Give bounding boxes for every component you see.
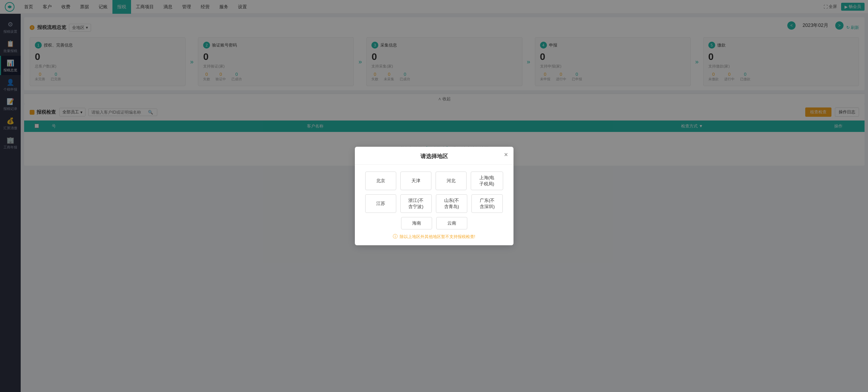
region-row-3: 海南 云南: [365, 217, 503, 229]
modal-overlay[interactable]: 请选择地区 × 北京 天津 河北 上海(电子税局) 江苏 浙江(不含宁波) 山东…: [0, 0, 868, 392]
region-btn-zhejiang[interactable]: 浙江(不含宁波): [400, 194, 432, 213]
region-row-1: 北京 天津 河北 上海(电子税局): [365, 172, 503, 190]
region-row-2: 江苏 浙江(不含宁波) 山东(不含青岛) 广东(不含深圳): [365, 194, 503, 213]
modal-header: 请选择地区 ×: [355, 147, 513, 165]
region-btn-tianjin[interactable]: 天津: [400, 172, 431, 190]
region-btn-shanghai[interactable]: 上海(电子税局): [471, 172, 503, 190]
warning-icon: ⓘ: [393, 234, 398, 240]
warning-text: 除以上地区外其他地区暂不支持报税检查!: [400, 234, 475, 240]
region-btn-hebei[interactable]: 河北: [436, 172, 467, 190]
region-btn-jiangsu[interactable]: 江苏: [365, 194, 396, 213]
region-btn-guangdong[interactable]: 广东(不含深圳): [471, 194, 503, 213]
modal-body: 北京 天津 河北 上海(电子税局) 江苏 浙江(不含宁波) 山东(不含青岛) 广…: [355, 165, 513, 245]
region-btn-yunnan[interactable]: 云南: [436, 217, 467, 229]
modal-close-btn[interactable]: ×: [504, 152, 508, 158]
modal-title: 请选择地区: [420, 153, 448, 159]
region-btn-beijing[interactable]: 北京: [365, 172, 396, 190]
modal-warning: ⓘ 除以上地区外其他地区暂不支持报税检查!: [365, 234, 503, 240]
modal-box: 请选择地区 × 北京 天津 河北 上海(电子税局) 江苏 浙江(不含宁波) 山东…: [355, 147, 513, 245]
region-btn-shandong[interactable]: 山东(不含青岛): [436, 194, 467, 213]
region-btn-hainan[interactable]: 海南: [401, 217, 432, 229]
